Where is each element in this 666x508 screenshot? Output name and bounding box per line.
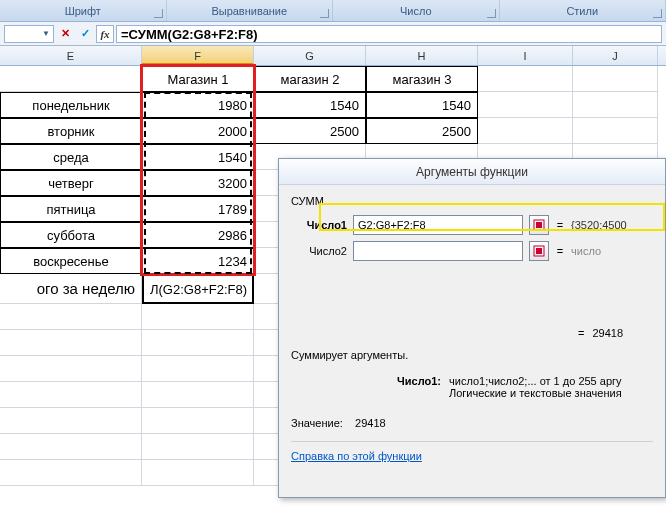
name-box-dropdown-icon[interactable]: ▼: [41, 27, 51, 41]
cell[interactable]: 1540: [142, 144, 254, 170]
table-row: понедельник 1980 1540 1540: [0, 92, 666, 118]
cell[interactable]: [0, 460, 142, 486]
cell[interactable]: 3200: [142, 170, 254, 196]
arg-desc-text: число1;число2;... от 1 до 255 аргу Логич…: [449, 375, 653, 399]
arg1-input[interactable]: [353, 215, 523, 235]
cell[interactable]: [0, 66, 142, 92]
arg1-preview: {3520:4500: [571, 219, 653, 231]
cell[interactable]: 2500: [366, 118, 478, 144]
column-headers: E F G H I J: [0, 46, 666, 66]
cell[interactable]: [0, 408, 142, 434]
refedit-icon: [533, 245, 545, 257]
svg-rect-1: [536, 222, 542, 228]
col-head-F[interactable]: F: [142, 46, 254, 65]
cell[interactable]: [478, 92, 573, 118]
cell[interactable]: [142, 434, 254, 460]
ribbon-group-labels: Шрифт Выравнивание Число Стили: [0, 0, 666, 22]
cell[interactable]: 1540: [254, 92, 366, 118]
cell[interactable]: [0, 434, 142, 460]
col-head-H[interactable]: H: [366, 46, 478, 65]
refedit-icon: [533, 219, 545, 231]
cell[interactable]: [478, 118, 573, 144]
equals-sign: =: [578, 327, 584, 339]
arg-row-2: Число2 = число: [291, 241, 653, 261]
active-edit-cell[interactable]: Л(G2:G8+F2:F8): [142, 274, 254, 304]
value-label: Значение:: [291, 417, 343, 429]
cell[interactable]: 1540: [366, 92, 478, 118]
cell[interactable]: [142, 382, 254, 408]
header-store3[interactable]: магазин 3: [366, 66, 478, 92]
dialog-value-row: Значение: 29418: [291, 417, 653, 429]
cell[interactable]: [478, 66, 573, 92]
dialog-title: Аргументы функции: [279, 159, 665, 185]
cell[interactable]: [142, 460, 254, 486]
dialog-result-row: = 29418: [291, 327, 653, 339]
day-label[interactable]: вторник: [0, 118, 142, 144]
header-store1[interactable]: Магазин 1: [142, 66, 254, 92]
ribbon-group-font[interactable]: Шрифт: [0, 0, 167, 21]
day-label[interactable]: четверг: [0, 170, 142, 196]
cell[interactable]: [573, 118, 658, 144]
ribbon-group-styles[interactable]: Стили: [500, 0, 667, 21]
name-box[interactable]: ▼: [4, 25, 54, 43]
formula-confirm-button[interactable]: ✓: [76, 25, 94, 43]
col-head-I[interactable]: I: [478, 46, 573, 65]
dialog-description: Суммирует аргументы.: [291, 349, 653, 361]
cell[interactable]: 1789: [142, 196, 254, 222]
table-header-row: Магазин 1 магазин 2 магазин 3: [0, 66, 666, 92]
arg2-input[interactable]: [353, 241, 523, 261]
cell[interactable]: 2986: [142, 222, 254, 248]
cell[interactable]: [142, 304, 254, 330]
day-label[interactable]: суббота: [0, 222, 142, 248]
svg-rect-3: [536, 248, 542, 254]
cell[interactable]: [0, 382, 142, 408]
col-head-G[interactable]: G: [254, 46, 366, 65]
ribbon-group-alignment[interactable]: Выравнивание: [167, 0, 334, 21]
totals-label[interactable]: ого за неделю: [0, 274, 142, 304]
cell[interactable]: [573, 92, 658, 118]
cell[interactable]: [0, 330, 142, 356]
equals-sign: =: [555, 245, 565, 257]
cell[interactable]: 1234: [142, 248, 254, 274]
arg2-label: Число2: [291, 245, 347, 257]
day-label[interactable]: среда: [0, 144, 142, 170]
cell[interactable]: [142, 330, 254, 356]
cell[interactable]: 2000: [142, 118, 254, 144]
table-row: вторник 2000 2500 2500: [0, 118, 666, 144]
col-head-J[interactable]: J: [573, 46, 658, 65]
day-label[interactable]: понедельник: [0, 92, 142, 118]
dialog-arg-description: Число1: число1;число2;... от 1 до 255 ар…: [291, 375, 653, 399]
insert-function-button[interactable]: fx: [96, 25, 114, 43]
function-name-label: СУММ: [291, 195, 653, 207]
formula-bar: ▼ ✕ ✓ fx =СУММ(G2:G8+F2:F8): [0, 22, 666, 46]
function-arguments-dialog[interactable]: Аргументы функции СУММ Число1 = {3520:45…: [278, 158, 666, 498]
cell[interactable]: [142, 408, 254, 434]
day-label[interactable]: пятница: [0, 196, 142, 222]
header-store2[interactable]: магазин 2: [254, 66, 366, 92]
cell[interactable]: [142, 356, 254, 382]
day-label[interactable]: воскресенье: [0, 248, 142, 274]
cell[interactable]: [573, 66, 658, 92]
help-link[interactable]: Справка по этой функции: [291, 450, 422, 462]
arg2-preview: число: [571, 245, 653, 257]
ribbon-group-number[interactable]: Число: [333, 0, 500, 21]
formula-input[interactable]: =СУММ(G2:G8+F2:F8): [116, 25, 662, 43]
cell[interactable]: 2500: [254, 118, 366, 144]
arg1-refedit-button[interactable]: [529, 215, 549, 235]
arg-desc-name: Число1:: [291, 375, 441, 399]
cell[interactable]: [0, 304, 142, 330]
col-head-E[interactable]: E: [0, 46, 142, 65]
cell[interactable]: [0, 356, 142, 382]
arg2-refedit-button[interactable]: [529, 241, 549, 261]
equals-sign: =: [555, 219, 565, 231]
value-number: 29418: [355, 417, 386, 429]
formula-cancel-button[interactable]: ✕: [56, 25, 74, 43]
arg1-label: Число1: [291, 219, 347, 231]
cell[interactable]: 1980: [142, 92, 254, 118]
arg-row-1: Число1 = {3520:4500: [291, 215, 653, 235]
dialog-result-value: 29418: [592, 327, 623, 339]
